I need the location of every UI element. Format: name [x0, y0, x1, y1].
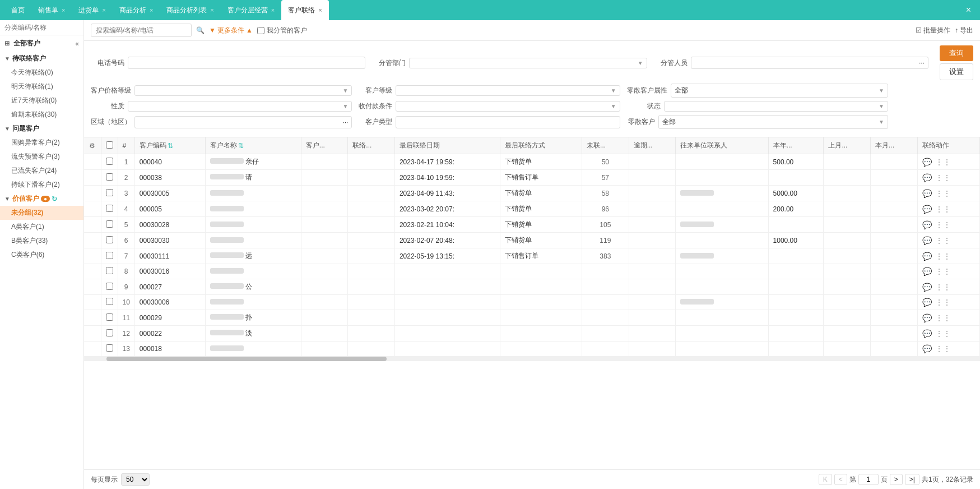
person-input[interactable]: ··· — [691, 57, 928, 69]
search-icon[interactable]: 🔍 — [196, 26, 205, 34]
row-checkbox[interactable] — [106, 189, 113, 196]
bulk-operations-btn[interactable]: ☑ 批量操作 — [916, 26, 950, 35]
sidebar-item-overdue-pending[interactable]: 逾期未联络(30) — [0, 108, 83, 122]
col-customer-code[interactable]: 客户编码 ⇅ — [134, 137, 205, 154]
row-checkbox[interactable] — [106, 252, 113, 259]
contact-action-icon[interactable]: 💬 — [922, 173, 932, 182]
next-page-btn[interactable]: > — [890, 474, 903, 485]
close-product-analysis-list-icon[interactable]: × — [210, 7, 213, 13]
select-all-checkbox[interactable] — [106, 141, 113, 149]
row-checkbox-cell[interactable] — [101, 248, 118, 264]
row-checkbox-cell[interactable] — [101, 264, 118, 279]
page-number-input[interactable] — [858, 474, 879, 485]
row-checkbox-cell[interactable] — [101, 279, 118, 295]
sidebar-item-declining[interactable]: 持续下滑客户(2) — [0, 178, 83, 192]
reset-button[interactable]: 设置 — [940, 63, 973, 80]
first-page-btn[interactable]: K — [819, 474, 832, 485]
tab-sales[interactable]: 销售单 × — [31, 0, 72, 20]
all-customers-header[interactable]: ⊞ 全部客户 « — [0, 35, 83, 52]
prev-page-btn[interactable]: < — [834, 474, 847, 485]
tab-purchase[interactable]: 进货单 × — [72, 0, 112, 20]
tab-product-analysis-list[interactable]: 商品分析列表 × — [160, 0, 220, 20]
row-checkbox-cell[interactable] — [101, 326, 118, 342]
row-checkbox[interactable] — [106, 158, 113, 165]
sidebar-item-class-c[interactable]: C类客户(6) — [0, 248, 83, 262]
tab-customer-contact[interactable]: 客户联络 × — [281, 0, 328, 20]
region-select[interactable]: ··· — [134, 116, 352, 128]
row-checkbox[interactable] — [106, 236, 113, 243]
status-select[interactable]: ▼ — [664, 101, 888, 112]
contact-action-icon[interactable]: 💬 — [922, 313, 932, 322]
retail-attr-select[interactable]: 全部 ▼ — [671, 84, 888, 98]
sidebar-item-class-a[interactable]: A类客户(1) — [0, 220, 83, 234]
more-action-icon[interactable]: ⋮⋮ — [935, 252, 951, 261]
more-action-icon[interactable]: ⋮⋮ — [935, 236, 951, 245]
more-action-icon[interactable]: ⋮⋮ — [935, 189, 951, 198]
collapse-icon[interactable]: « — [75, 40, 79, 48]
customer-grade-select[interactable]: ▼ — [396, 85, 620, 96]
sidebar-item-abnormal[interactable]: 囤购异常客户(2) — [0, 136, 83, 150]
more-action-icon[interactable]: ⋮⋮ — [935, 267, 951, 276]
sidebar-item-ungrouped[interactable]: 未分组(32) — [0, 206, 83, 220]
row-checkbox[interactable] — [106, 298, 113, 305]
contact-action-icon[interactable]: 💬 — [922, 267, 932, 276]
more-action-icon[interactable]: ⋮⋮ — [935, 205, 951, 214]
contact-action-icon[interactable]: 💬 — [922, 298, 932, 307]
sidebar-group-value[interactable]: ▼ 价值客户 ● ↻ — [0, 192, 83, 206]
region-dots-icon[interactable]: ··· — [342, 118, 348, 126]
more-action-icon[interactable]: ⋮⋮ — [935, 173, 951, 182]
tab-home[interactable]: 首页 — [4, 0, 31, 20]
my-customers-checkbox[interactable]: 我分管的客户 — [257, 26, 307, 35]
close-product-analysis-icon[interactable]: × — [150, 7, 153, 13]
more-action-icon[interactable]: ⋮⋮ — [935, 283, 951, 292]
more-action-icon[interactable]: ⋮⋮ — [935, 220, 951, 229]
contact-action-icon[interactable]: 💬 — [922, 220, 932, 229]
row-checkbox-cell[interactable] — [101, 154, 118, 170]
sidebar-group-problem[interactable]: ▼ 问题客户 — [0, 122, 83, 136]
row-checkbox[interactable] — [106, 344, 113, 352]
search-input[interactable] — [91, 24, 192, 37]
close-customer-contact-icon[interactable]: × — [318, 7, 322, 13]
row-checkbox[interactable] — [106, 329, 113, 336]
nav-close-button[interactable]: × — [962, 5, 976, 15]
close-customer-segment-icon[interactable]: × — [271, 7, 275, 13]
row-checkbox[interactable] — [106, 205, 113, 212]
contact-action-icon[interactable]: 💬 — [922, 236, 932, 245]
page-size-select[interactable]: 50 20 100 — [121, 473, 150, 486]
col-checkbox[interactable] — [101, 137, 118, 154]
tab-customer-segment[interactable]: 客户分层经营 × — [221, 0, 281, 20]
export-btn[interactable]: ↑ 导出 — [955, 26, 973, 35]
my-customers-check[interactable] — [257, 27, 264, 34]
col-customer-name[interactable]: 客户名称 ⇅ — [205, 137, 301, 154]
retail-customer-select[interactable]: 全部 ▼ — [658, 115, 888, 129]
contact-action-icon[interactable]: 💬 — [922, 252, 932, 261]
sidebar-item-churn-warning[interactable]: 流失预警客户(3) — [0, 150, 83, 164]
sidebar-item-week-pending[interactable]: 近7天待联络(0) — [0, 94, 83, 108]
row-checkbox-cell[interactable] — [101, 170, 118, 186]
row-checkbox[interactable] — [106, 313, 113, 321]
horizontal-scrollbar-thumb[interactable] — [106, 357, 387, 361]
contact-action-icon[interactable]: 💬 — [922, 344, 932, 353]
row-checkbox[interactable] — [106, 267, 113, 274]
row-checkbox-cell[interactable] — [101, 186, 118, 201]
more-action-icon[interactable]: ⋮⋮ — [935, 158, 951, 167]
refresh-icon[interactable]: ↻ — [52, 195, 57, 203]
more-action-icon[interactable]: ⋮⋮ — [935, 344, 951, 353]
query-button[interactable]: 查询 — [940, 45, 973, 61]
sidebar-item-class-b[interactable]: B类客户(33) — [0, 234, 83, 248]
col-settings[interactable]: ⚙ — [84, 137, 101, 154]
sidebar-search-input[interactable] — [4, 24, 84, 31]
row-checkbox[interactable] — [106, 173, 113, 181]
contact-action-icon[interactable]: 💬 — [922, 283, 932, 292]
row-checkbox-cell[interactable] — [101, 217, 118, 233]
customer-type-input[interactable] — [396, 116, 620, 128]
contact-action-icon[interactable]: 💬 — [922, 189, 932, 198]
row-checkbox[interactable] — [106, 283, 113, 290]
tab-product-analysis[interactable]: 商品分析 × — [113, 0, 160, 20]
more-action-icon[interactable]: ⋮⋮ — [935, 329, 951, 338]
row-checkbox-cell[interactable] — [101, 201, 118, 217]
price-grade-select[interactable]: ▼ — [134, 85, 352, 96]
sidebar-group-pending[interactable]: ▼ 待联络客户 — [0, 52, 83, 66]
row-checkbox-cell[interactable] — [101, 295, 118, 310]
row-checkbox-cell[interactable] — [101, 342, 118, 357]
